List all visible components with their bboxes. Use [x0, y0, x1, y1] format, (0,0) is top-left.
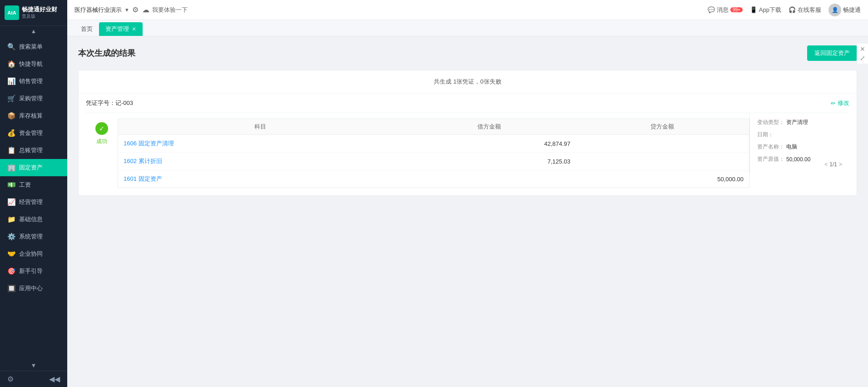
sidebar-item-operations[interactable]: 📈 经营管理 — [0, 194, 67, 211]
row2-subject: 1602 累计折旧 — [118, 153, 403, 170]
sidebar-item-fixedassets[interactable]: 🏢 固定资产 — [0, 159, 67, 176]
row1-debit: 42,874.97 — [403, 135, 576, 153]
app-download-label: App下载 — [759, 6, 781, 14]
user-label: 畅捷通 — [843, 6, 861, 14]
sidebar-item-label: 新手引导 — [19, 267, 43, 275]
table-row: 1601 固定资产 50,000.00 — [118, 170, 749, 188]
sidebar-scroll-up[interactable]: ▲ — [0, 26, 67, 36]
tab-close-icon[interactable]: ✕ — [132, 26, 136, 32]
close-panel-icon[interactable]: ✕ — [860, 45, 865, 53]
voucher-block: 凭证字号：记-003 ✏ 修改 ✓ 成功 — [79, 94, 857, 195]
original-value-label: 资产原值： — [757, 155, 784, 163]
success-icon: ✓ — [95, 122, 108, 135]
sidebar-item-appcenter[interactable]: 🔲 应用中心 — [0, 280, 67, 297]
row1-subject: 1606 固定资产清理 — [118, 135, 403, 153]
sidebar-item-label: 基础信息 — [19, 215, 43, 223]
sidebar-scroll-down[interactable]: ▼ — [0, 360, 67, 371]
sidebar-logo: AtA 畅捷通好业财 普及版 — [0, 0, 67, 26]
date-label: 日期： — [757, 131, 783, 139]
basic-icon: 📁 — [7, 215, 15, 223]
result-panel: 共生成 1张凭证，0张失败 凭证字号：记-003 ✏ 修改 ✓ 成功 — [78, 70, 857, 196]
search-icon: 🔍 — [7, 43, 15, 51]
sidebar-item-label: 总账管理 — [19, 146, 43, 154]
side-info-date: 日期： — [757, 131, 842, 139]
logo-title: 畅捷通好业财 — [22, 6, 57, 13]
tab-asset-management[interactable]: 资产管理 ✕ — [99, 22, 143, 36]
sidebar-item-cooperation[interactable]: 🤝 企业协同 — [0, 245, 67, 263]
collapse-icon[interactable]: ◀◀ — [49, 375, 60, 383]
pagination-info: 1/1 — [829, 161, 837, 168]
change-type-label: 变动类型： — [757, 119, 784, 126]
sidebar-item-funds[interactable]: 💰 资金管理 — [0, 124, 67, 142]
side-info-panel: 变动类型： 资产清理 日期： 资产名称： 电脑 资产原值： — [749, 113, 849, 173]
sidebar-item-ledger[interactable]: 📋 总账管理 — [0, 142, 67, 159]
row3-credit: 50,000.00 — [576, 170, 749, 188]
voucher-table: 科目 借方金额 贷方金额 1606 固定资产清理 42,874.97 — [118, 119, 749, 188]
company-dropdown-icon[interactable]: ▾ — [125, 6, 129, 13]
result-summary: 共生成 1张凭证，0张失败 — [79, 70, 857, 94]
status-label: 成功 — [96, 138, 107, 145]
guide-icon: 🎯 — [7, 267, 15, 275]
sidebar-item-label: 采购管理 — [19, 94, 43, 103]
home-icon: 🏠 — [7, 60, 15, 68]
system-icon: ⚙️ — [7, 233, 15, 241]
topbar-right: 💬 消息 99+ 📱 App下载 🎧 在线客服 👤 畅捷通 — [708, 4, 861, 16]
payroll-icon: 💵 — [7, 181, 15, 189]
logo-icon: AtA — [5, 5, 19, 20]
row2-credit — [576, 153, 749, 170]
demo-icon: ☁ — [142, 5, 149, 14]
back-to-fixedassets-button[interactable]: 返回固定资产 — [807, 45, 857, 61]
sidebar-item-guide[interactable]: 🎯 新手引导 — [0, 263, 67, 280]
sidebar-item-label: 库存核算 — [19, 112, 43, 120]
main-area: 医疗器械行业演示 ▾ ⚙ ☁ 我要体验一下 💬 消息 99+ 📱 App下载 🎧… — [67, 0, 868, 387]
user-menu[interactable]: 👤 畅捷通 — [828, 4, 861, 16]
app-download-button[interactable]: 📱 App下载 — [750, 6, 781, 14]
tab-asset-management-label: 资产管理 — [105, 25, 129, 33]
table-row: 1606 固定资产清理 42,874.97 — [118, 135, 749, 153]
customer-service-button[interactable]: 🎧 在线客服 — [789, 6, 821, 14]
page-content: ✕ ⤢ 本次生成的结果 返回固定资产 共生成 1张凭证，0张失败 凭证字号：记-… — [67, 36, 868, 387]
sidebar-item-sales[interactable]: 📊 销售管理 — [0, 73, 67, 90]
pagination-prev[interactable]: < — [824, 161, 828, 168]
settings-gear-icon[interactable]: ⚙ — [132, 5, 139, 14]
sidebar-item-basic[interactable]: 📁 基础信息 — [0, 211, 67, 228]
demo-button[interactable]: ☁ 我要体验一下 — [142, 5, 188, 14]
sidebar-item-label: 搜索菜单 — [19, 43, 43, 51]
customer-service-icon: 🎧 — [789, 6, 796, 13]
sidebar-item-label: 销售管理 — [19, 77, 43, 85]
voucher-number: 凭证字号：记-003 — [86, 99, 133, 107]
notifications-label: 消息 — [717, 6, 729, 14]
page-header: 本次生成的结果 返回固定资产 — [78, 45, 857, 61]
pagination-next[interactable]: > — [839, 161, 842, 168]
asset-name-value: 电脑 — [786, 143, 797, 151]
col-debit: 借方金额 — [403, 119, 576, 135]
notifications-button[interactable]: 💬 消息 99+ — [708, 6, 743, 14]
sidebar-item-label: 资金管理 — [19, 129, 43, 137]
sidebar-item-search[interactable]: 🔍 搜索菜单 — [0, 38, 67, 55]
sidebar-item-payroll[interactable]: 💵 工资 — [0, 176, 67, 194]
cooperation-icon: 🤝 — [7, 250, 15, 258]
sidebar-item-label: 快捷导航 — [19, 60, 43, 68]
ledger-icon: 📋 — [7, 146, 15, 154]
sidebar-item-purchase[interactable]: 🛒 采购管理 — [0, 90, 67, 107]
settings-icon[interactable]: ⚙ — [7, 375, 14, 383]
row1-credit — [576, 135, 749, 153]
sidebar-item-system[interactable]: ⚙️ 系统管理 — [0, 228, 67, 245]
customer-service-label: 在线客服 — [798, 6, 821, 14]
topbar: 医疗器械行业演示 ▾ ⚙ ☁ 我要体验一下 💬 消息 99+ 📱 App下载 🎧… — [67, 0, 868, 20]
col-subject: 科目 — [118, 119, 403, 135]
expand-panel-icon[interactable]: ⤢ — [860, 55, 865, 62]
pagination: < 1/1 > — [824, 161, 842, 168]
voucher-row: ✓ 成功 科目 借方金额 贷方金额 — [86, 113, 849, 188]
voucher-edit-button[interactable]: ✏ 修改 — [831, 99, 849, 107]
tab-home[interactable]: 首页 — [74, 22, 99, 36]
sidebar-item-inventory[interactable]: 📦 库存核算 — [0, 107, 67, 124]
original-value-value: 50,000.00 — [786, 156, 810, 163]
sidebar-item-label: 应用中心 — [19, 284, 43, 293]
company-name[interactable]: 医疗器械行业演示 — [74, 6, 122, 14]
topbar-left: 医疗器械行业演示 ▾ ⚙ ☁ 我要体验一下 — [74, 5, 188, 14]
asset-name-label: 资产名称： — [757, 143, 784, 151]
edit-icon: ✏ — [831, 100, 836, 107]
sidebar-bottom: ⚙ ◀◀ — [0, 371, 67, 387]
sidebar-item-quicknav[interactable]: 🏠 快捷导航 — [0, 55, 67, 73]
